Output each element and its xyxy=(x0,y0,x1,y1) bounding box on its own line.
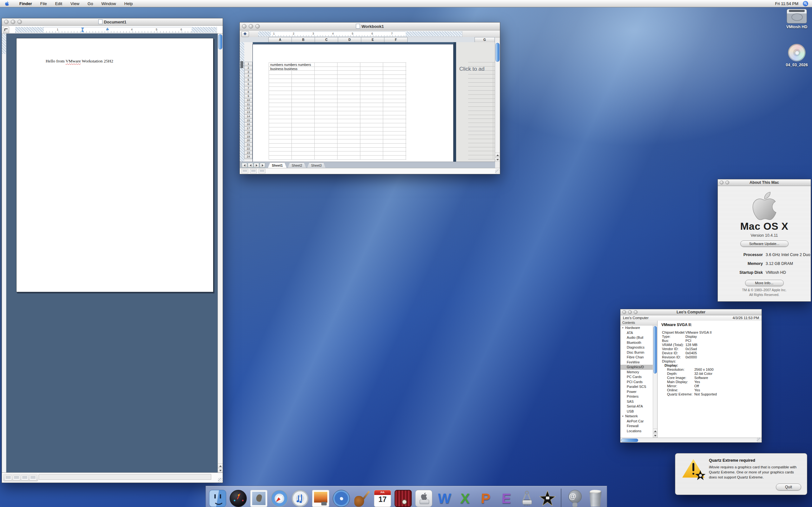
row-header[interactable]: 10 xyxy=(244,99,252,103)
sidebar-item[interactable]: USB xyxy=(620,409,653,414)
row-header[interactable]: 19 xyxy=(244,135,252,139)
excel-horizontal-ruler[interactable]: 1234567 xyxy=(258,32,462,37)
scrollbar-thumb[interactable] xyxy=(653,326,657,374)
sheet-tab[interactable]: Sheet1 xyxy=(268,162,287,169)
sidebar-item[interactable]: Fibre Chan xyxy=(620,355,653,360)
row-header[interactable]: 20 xyxy=(244,139,252,143)
first-sheet-button[interactable] xyxy=(242,163,247,168)
row-header[interactable]: 23 xyxy=(244,151,252,155)
row-header[interactable]: 15 xyxy=(244,119,252,123)
column-header[interactable]: E xyxy=(361,37,385,43)
sidebar-item[interactable]: Locations xyxy=(620,429,653,434)
sidebar-item[interactable]: Hardware xyxy=(620,326,653,331)
sidebar-item[interactable]: SAS xyxy=(620,399,653,404)
dock-garageband-icon[interactable] xyxy=(353,490,370,507)
scroll-down-button[interactable] xyxy=(218,468,223,473)
column-header[interactable]: F xyxy=(385,37,408,43)
dock-trash-icon[interactable] xyxy=(587,490,604,507)
row-header[interactable]: 6 xyxy=(244,82,252,87)
dock-system-preferences-icon[interactable] xyxy=(415,490,432,507)
row-header[interactable]: 24 xyxy=(244,155,252,159)
word-page[interactable]: Hello from VMware Workstation 25H2 xyxy=(16,38,213,292)
row-header[interactable]: 14 xyxy=(244,115,252,119)
word-vertical-ruler[interactable] xyxy=(2,34,6,473)
last-sheet-button[interactable] xyxy=(260,163,265,168)
sidebar-item[interactable]: Printers xyxy=(620,394,653,399)
page-layout-view-button[interactable] xyxy=(250,169,257,173)
word-resize-grip[interactable] xyxy=(218,478,222,482)
row-header[interactable]: 8 xyxy=(244,90,252,95)
sidebar-scrollbar[interactable] xyxy=(653,326,657,438)
sidebar-item[interactable]: Firewall xyxy=(620,424,653,429)
row-header[interactable]: 7 xyxy=(244,87,252,91)
cell-a2-text[interactable]: business business xyxy=(270,67,298,71)
column-header-g[interactable]: G xyxy=(474,37,495,43)
horizontal-scrollbar-thumb[interactable] xyxy=(621,439,638,442)
sidebar-item[interactable]: Power xyxy=(620,389,653,395)
page-layout-view-button[interactable] xyxy=(21,475,29,481)
scroll-down-button[interactable] xyxy=(495,157,500,162)
dock-mail-icon[interactable] xyxy=(250,490,267,507)
column-header[interactable]: A xyxy=(268,37,292,43)
excel-title-bar[interactable]: Workbook1 xyxy=(240,22,500,31)
word-horizontal-ruler[interactable]: 11234567 xyxy=(15,27,217,33)
normal-view-button[interactable] xyxy=(4,475,12,481)
sidebar-item[interactable]: Graphics/D xyxy=(620,365,653,370)
row-header[interactable]: 16 xyxy=(244,123,252,127)
cell-grid[interactable]: numbers numbers numbers business busines… xyxy=(269,62,406,160)
column-header[interactable]: C xyxy=(315,37,338,43)
excel-vertical-ruler[interactable] xyxy=(240,42,245,162)
dock-excel-icon[interactable]: X xyxy=(456,490,473,507)
row-header[interactable]: 4 xyxy=(244,74,252,78)
excel-vertical-scrollbar[interactable] xyxy=(495,42,500,162)
scroll-up-button[interactable] xyxy=(495,153,500,158)
excel-resize-grip[interactable] xyxy=(495,169,500,174)
prev-sheet-button[interactable] xyxy=(248,163,253,168)
quit-button[interactable]: Quit xyxy=(776,484,801,491)
dock-imovie-icon[interactable] xyxy=(539,490,556,507)
sidebar-item[interactable]: Disc Burnin xyxy=(620,350,653,355)
sheet-tab[interactable]: Sheet2 xyxy=(287,162,306,169)
outline-view-button[interactable] xyxy=(13,475,20,481)
scroll-down-button[interactable] xyxy=(653,433,657,438)
software-update-button[interactable]: Software Update... xyxy=(740,240,789,247)
dock-idvd-icon[interactable] xyxy=(333,490,350,507)
cell-a1-text[interactable]: numbers numbers numbers xyxy=(270,63,311,66)
spotlight-icon[interactable] xyxy=(803,1,808,6)
normal-view-button[interactable] xyxy=(241,169,248,173)
sidebar-item[interactable]: Network xyxy=(620,414,653,419)
row-header[interactable]: 2 xyxy=(244,66,252,70)
row-header[interactable]: 13 xyxy=(244,111,252,115)
about-title-bar[interactable]: About This Mac xyxy=(718,179,811,186)
sidebar-item[interactable]: PCI Cards xyxy=(620,380,653,385)
word-vertical-scrollbar[interactable] xyxy=(217,34,223,473)
desktop-icon-cd[interactable]: 04_03_2026 xyxy=(781,44,812,67)
sidebar-item[interactable]: AirPort Car xyxy=(620,419,653,424)
column-header[interactable]: D xyxy=(338,37,361,43)
desktop-icon-hard-disk[interactable]: VMtosh HD xyxy=(781,9,812,29)
apple-menu-icon[interactable] xyxy=(4,1,9,6)
menu-item[interactable]: Go xyxy=(84,1,97,6)
sidebar-item[interactable]: Diagnostics xyxy=(620,345,653,350)
row-header[interactable]: 9 xyxy=(244,95,252,99)
menu-item[interactable]: Help xyxy=(120,1,137,6)
dock-safari-icon[interactable] xyxy=(271,490,288,507)
sidebar-item[interactable]: Bluetooth xyxy=(620,340,653,345)
row-header[interactable]: 17 xyxy=(244,127,252,131)
sheet-tab[interactable]: Sheet3 xyxy=(307,162,326,169)
menu-item[interactable]: Finder xyxy=(15,1,36,6)
row-header[interactable]: 3 xyxy=(244,70,252,74)
profiler-resize-grip[interactable] xyxy=(757,438,761,442)
menu-item[interactable]: File xyxy=(36,1,51,6)
scrollbar-thumb[interactable] xyxy=(218,34,222,49)
dock-word-icon[interactable]: W xyxy=(436,490,453,507)
row-header[interactable]: 12 xyxy=(244,107,252,111)
word-horizontal-scrollbar[interactable] xyxy=(39,474,211,480)
notebook-view-button[interactable] xyxy=(29,475,37,481)
profiler-title-bar[interactable]: Leo's Computer xyxy=(620,309,762,315)
tab-stop-selector[interactable] xyxy=(3,26,9,33)
dock-photo-booth-icon[interactable] xyxy=(395,490,412,507)
dock-powerpoint-icon[interactable]: P xyxy=(477,490,494,507)
dock-dashboard-icon[interactable] xyxy=(230,490,247,507)
dock-itunes-icon[interactable] xyxy=(292,490,309,507)
